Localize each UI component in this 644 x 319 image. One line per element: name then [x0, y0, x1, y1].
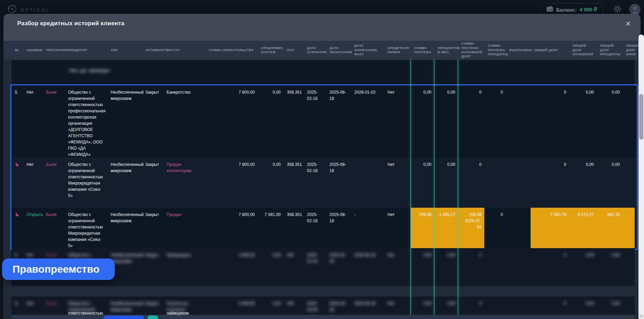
cell-percent-month: 0,00: [434, 85, 458, 158]
cell-open-date: 2025-02-18: [304, 85, 326, 158]
bottom-teal-button-partial[interactable]: [148, 316, 158, 319]
column-guide-line: [410, 59, 411, 315]
cell-total-debt-interest: 0,00: [597, 248, 623, 271]
table-row-partial-blurred: ПКО «ДА «ФЕМИДА»: [11, 60, 635, 84]
cell-obligation-sum: 3 595,00: [205, 248, 258, 271]
cell-obligation-sum: 7 800,00: [205, 85, 258, 158]
theme-toggle-sun-icon[interactable]: [613, 4, 622, 13]
cell-total-debt: 0: [531, 158, 569, 208]
cell-activity: Закрыт: [142, 248, 163, 271]
col-header-avg-month-payment: СРЕДНЕМЕС. ПЛАТЕЖ: [258, 46, 283, 55]
col-header-errors: ОШИБКИ: [23, 48, 43, 52]
column-guide-line: [434, 59, 435, 315]
modal-title: Разбор кредитных историй клиента: [17, 20, 124, 27]
col-header-payment-principal: СУММА ПЛАТЕЖА ОСНОВНОЙ ДОЛГ: [458, 41, 484, 58]
cell-total-debt-other: [623, 158, 635, 208]
col-header-activity: АКТИВНОСТЬ: [142, 48, 163, 52]
cell-activity: Закрыт: [142, 158, 163, 208]
cell-payment-interest: 0: [484, 85, 506, 158]
cell-psk: 358.351: [283, 85, 304, 158]
cell-credit-line: Нет: [384, 248, 411, 271]
cell-credit-line: Нет: [384, 158, 411, 208]
cell-psk: 292: [283, 248, 304, 271]
col-header-psk: ПСК: [283, 48, 304, 52]
close-icon[interactable]: ×: [623, 19, 633, 29]
wallet-icon: [546, 6, 553, 13]
cell-avg-month-payment: 7 081,00: [258, 208, 283, 249]
cell-credit-line: Нет: [384, 208, 411, 249]
cell-creditor: Общество с ограниченной ответственностью…: [65, 85, 107, 158]
cell-total-debt-principal: 0,00: [569, 85, 597, 158]
vertical-scrollbar-thumb[interactable]: [639, 94, 643, 140]
blurred-creditor-fragment: ПКО «ДА «ФЕМИДА»: [69, 68, 111, 73]
scrollbar-corner[interactable]: ▾: [638, 313, 644, 319]
cell-total-debt: 0: [531, 85, 569, 158]
cell-paid: [506, 208, 531, 249]
succession-group: 5.НетБылиОбщество с ограниченной ответст…: [10, 84, 638, 250]
cell-payment-interest: [484, 248, 506, 271]
col-header-status: СТАТУС: [163, 48, 205, 52]
cell-total-debt: 0: [531, 248, 569, 271]
cell-payment-principal: 0: [458, 85, 484, 158]
col-header-total-debt: ОБЩИЙ ДОЛГ: [531, 48, 569, 52]
col-header-credit-line: КРЕДИТНАЯ ЛИНИЯ: [384, 46, 411, 55]
col-header-total-debt-interest: ОБЩИЙ ДОЛГ ПРОЦЕНТЫ: [597, 44, 623, 56]
cell-open-date: 2025-02-18: [304, 158, 326, 208]
cell-payment-interest: [484, 158, 506, 208]
vertical-scrollbar-track[interactable]: [638, 35, 644, 319]
col-header-total-debt-other: ОБЩИЙ ДОЛГ ИНОЕ: [623, 44, 635, 56]
table-row: 5.НетБылиОбщество с ограниченной ответст…: [11, 85, 637, 158]
cell-end-date-fact: 2025-06-26: [351, 248, 384, 271]
cell-type: Необеспеченный микрозаем: [107, 85, 142, 158]
cell-total-debt-other: [623, 248, 635, 271]
table-row: ↳ОткрытьБылиОбщество с ограниченной отве…: [11, 208, 637, 249]
cell-end-date: 2025-08-18: [326, 85, 351, 158]
cell-credit-line: Нет: [384, 85, 411, 158]
cell-avg-month-payment: 0,00: [258, 85, 283, 158]
cell-payment-sum: 709,09: [411, 208, 434, 249]
col-header-payment-sum: СУММА ПЛАТЕЖА: [411, 46, 434, 55]
cell-paid: [506, 248, 531, 271]
cell-psk: 358.351: [283, 208, 304, 249]
cell-total-debt-interest: 0,00: [597, 158, 623, 208]
cell-avg-month-payment: 0,00: [258, 158, 283, 208]
col-header-payment-interest: СУММА ПЛАТЕЖА ПРОЦЕНТЫ: [484, 44, 506, 56]
bottom-blue-button-partial[interactable]: [104, 316, 144, 319]
logo-text: OPTICAL: [20, 7, 50, 13]
cell-open-date: 2025-02-18: [304, 208, 326, 249]
cell-activity: Закрыт: [142, 85, 163, 158]
cell-percent-month: 1 935,17: [434, 208, 458, 249]
cell-total-debt-interest: 342,15: [597, 208, 623, 249]
cell-total-debt-other: [623, 208, 635, 249]
col-header-end-date: ДАТА ОКОНЧАНИЯ: [326, 46, 351, 55]
bottom-row-status-fragment: заёмщиком: [167, 311, 189, 316]
cell-total-debt: 7 080,79: [531, 208, 569, 249]
cell-payment-sum: 0,00: [411, 85, 434, 158]
cell-num: 5.: [11, 85, 23, 158]
cell-payment-sum: 0,00: [411, 158, 434, 208]
cell-obligation-sum: 7 800,00: [205, 208, 258, 249]
cell-end-date-fact: 2026-01-02: [351, 85, 384, 158]
cell-avg-month-payment: 0,00: [258, 248, 283, 271]
cell-overdues: Были: [43, 158, 65, 208]
cell-obligation-sum: 7 800,00: [205, 158, 258, 208]
column-guide-line: [458, 59, 458, 315]
cell-open-date: 2025-02-05: [304, 248, 326, 271]
cell-total-debt-other: [623, 85, 635, 158]
cell-payment-principal: 0: [458, 158, 484, 208]
col-header-overdues: ПРОСРОЧКИ: [43, 48, 65, 52]
balance-value: 4 990 ₽: [579, 7, 597, 13]
col-header-paid: ВЫПЛАЧЕНО: [506, 48, 531, 52]
col-header-total-debt-principal: ОБЩИЙ ДОЛГ ОСНОВНОЙ: [569, 44, 597, 56]
bottom-row-creditor-fragment: ответственностью: [68, 311, 103, 316]
cell-payment-principal: 0: [458, 248, 484, 271]
cell-end-date: 2025-08-18: [326, 158, 351, 208]
cell-num: ↳: [11, 158, 23, 208]
col-header-type: ТИП: [107, 48, 142, 52]
modal-header: [3, 14, 641, 41]
cell-status: Продан: [163, 208, 205, 249]
cell-type: Необеспеченный микрозаем: [107, 158, 142, 208]
succession-tooltip: Правопреемство: [2, 259, 115, 280]
cell-errors[interactable]: Открыть: [23, 208, 43, 249]
col-header-num: №: [11, 48, 23, 52]
